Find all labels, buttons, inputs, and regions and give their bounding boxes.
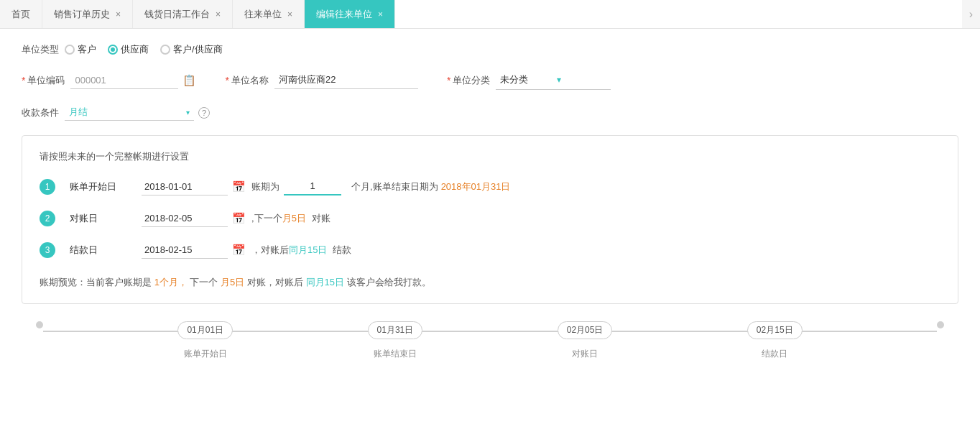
timeline-point-4: 02月15日 结款日 — [747, 321, 803, 360]
tab-cash-work[interactable]: 钱货日清工作台 × — [133, 0, 233, 28]
tab-scroll-arrow[interactable]: › — [962, 0, 980, 28]
step-2-prefix: ,下一个 — [251, 212, 282, 225]
tab-partner-close[interactable]: × — [287, 9, 292, 19]
step-1-label: 账单开始日 — [70, 180, 127, 193]
tab-edit-partner-close[interactable]: × — [378, 9, 383, 19]
step-1-date-input[interactable] — [142, 178, 228, 196]
radio-customer[interactable]: 客户 — [65, 43, 96, 56]
step-2-suffix: 对账 — [312, 212, 330, 225]
tab-cash-work-label: 钱货日清工作台 — [144, 8, 210, 21]
timeline-point-1: 01月01日 账单开始日 — [177, 321, 233, 360]
preview-end: 该客户会给我打款。 — [347, 277, 431, 288]
main-content: 单位类型 客户 供应商 客户/供应商 * 单位编码 📋 * 单位名称 — [0, 29, 980, 437]
radio-supplier[interactable]: 供应商 — [108, 43, 149, 56]
step-1-period-input[interactable] — [284, 178, 341, 196]
unit-type-label: 单位类型 — [22, 43, 59, 56]
step-1-end-date: 2018年01月31日 — [441, 180, 511, 193]
preview-reconcile-prefix: 下一个 — [190, 277, 218, 288]
timeline-dot-start — [36, 321, 43, 328]
payment-select[interactable]: 月结 ▾ — [65, 104, 194, 121]
radio-both-label: 客户/供应商 — [173, 43, 223, 56]
payment-chevron-icon: ▾ — [186, 109, 190, 116]
step-2-date-input[interactable] — [142, 210, 228, 227]
name-input[interactable] — [274, 72, 418, 89]
step-3-date-input[interactable] — [142, 242, 228, 259]
step-2-num: 2 — [40, 211, 55, 226]
tab-cash-work-close[interactable]: × — [216, 9, 221, 19]
code-calendar-icon[interactable]: 📋 — [182, 74, 196, 87]
name-star: * — [225, 75, 228, 86]
code-label: 单位编码 — [27, 74, 65, 87]
timeline-dot-end — [937, 321, 944, 328]
timeline-badge-2: 01月31日 — [368, 321, 423, 339]
tab-edit-partner-label: 编辑往来单位 — [316, 8, 372, 21]
category-star: * — [447, 75, 450, 86]
timeline-badge-1: 01月01日 — [177, 321, 233, 339]
step-1-calendar-icon[interactable]: 📅 — [232, 180, 246, 193]
tab-home[interactable]: 首页 — [0, 0, 42, 28]
timeline-label-1: 账单开始日 — [184, 348, 227, 360]
name-label: 单位名称 — [231, 74, 269, 87]
radio-customer-label: 客户 — [78, 43, 96, 56]
category-label: 单位分类 — [453, 74, 490, 87]
preview-label: 账期预览：当前客户账期是 — [40, 277, 152, 288]
tab-partner[interactable]: 往来单位 × — [233, 0, 305, 28]
category-chevron-icon: ▾ — [557, 75, 561, 85]
timeline-point-3: 02月05日 对账日 — [558, 321, 613, 360]
timeline-point-2: 01月31日 账单结束日 — [368, 321, 423, 360]
step-3-prefix: ，对账后 — [251, 244, 289, 257]
step-1-num: 1 — [40, 179, 55, 195]
preview-reconcile-suffix: 对账，对账后 — [247, 277, 303, 288]
tab-bar: 首页 销售订单历史 × 钱货日清工作台 × 往来单位 × 编辑往来单位 × › — [0, 0, 980, 29]
step-3-row: 3 结款日 📅 ，对账后 同月15日 结款 — [40, 242, 940, 259]
code-star: * — [22, 75, 25, 86]
radio-both[interactable]: 客户/供应商 — [160, 43, 223, 56]
timeline-label-2: 账单结束日 — [374, 348, 417, 360]
timeline-end-dot — [937, 321, 944, 328]
step-1-row: 1 账单开始日 📅 账期为 个月,账单结束日期为 2018年01月31日 — [40, 178, 940, 196]
step-3-num: 3 — [40, 242, 55, 258]
tab-edit-partner[interactable]: 编辑往来单位 × — [305, 0, 395, 28]
tab-partner-label: 往来单位 — [244, 8, 282, 21]
step-1-period-label: 账期为 — [251, 180, 279, 193]
radio-both-circle — [160, 45, 170, 55]
step-3-suffix: 结款 — [333, 244, 351, 257]
step-2-day-highlight: 月5日 — [282, 212, 306, 225]
payment-value: 月结 — [69, 106, 186, 119]
code-input[interactable] — [70, 72, 178, 89]
step-2-label: 对账日 — [70, 212, 127, 225]
payment-row: 收款条件 月结 ▾ ? — [22, 104, 958, 121]
timeline-label-4: 结款日 — [762, 348, 787, 360]
step-2-calendar-icon[interactable]: 📅 — [232, 212, 246, 225]
tab-sales-order-history[interactable]: 销售订单历史 × — [42, 0, 133, 28]
preview-reconcile-day: 月5日 — [221, 277, 244, 288]
radio-supplier-label: 供应商 — [121, 43, 149, 56]
step-3-calendar-icon[interactable]: 📅 — [232, 244, 246, 257]
preview-payment-day: 同月15日 — [306, 277, 344, 288]
preview-section: 账期预览：当前客户账期是 1个月， 下一个 月5日 对账，对账后 同月15日 该… — [40, 276, 940, 289]
name-group: * 单位名称 — [225, 72, 417, 89]
payment-help-icon[interactable]: ? — [198, 107, 210, 119]
radio-supplier-circle — [108, 45, 118, 55]
step-1-month-label: 个月,账单结束日期为 — [351, 180, 438, 193]
timeline-start-dot — [36, 321, 43, 328]
section-title: 请按照未来的一个完整帐期进行设置 — [40, 150, 940, 163]
timeline-points: 01月01日 账单开始日 01月31日 账单结束日 02月05日 对账日 02月… — [36, 321, 944, 360]
unit-type-radio-group: 客户 供应商 客户/供应商 — [65, 43, 223, 56]
period-section: 请按照未来的一个完整帐期进行设置 1 账单开始日 📅 账期为 个月,账单结束日期… — [22, 135, 958, 304]
category-select[interactable]: 未分类 ▾ — [496, 70, 611, 90]
step-3-day-highlight: 同月15日 — [289, 244, 327, 257]
unit-type-row: 单位类型 客户 供应商 客户/供应商 — [22, 43, 958, 56]
tab-sales-order-history-close[interactable]: × — [116, 9, 121, 19]
payment-label: 收款条件 — [22, 106, 59, 119]
preview-period: 1个月， — [154, 277, 188, 288]
unit-info-row: * 单位编码 📋 * 单位名称 * 单位分类 未分类 ▾ — [22, 70, 958, 90]
category-group: * 单位分类 未分类 ▾ — [447, 70, 611, 90]
code-group: * 单位编码 📋 — [22, 72, 196, 89]
tab-home-label: 首页 — [11, 8, 30, 21]
category-value: 未分类 — [500, 73, 528, 86]
timeline-badge-4: 02月15日 — [747, 321, 803, 339]
timeline: 01月01日 账单开始日 01月31日 账单结束日 02月05日 对账日 02月… — [22, 321, 958, 360]
timeline-badge-3: 02月05日 — [558, 321, 613, 339]
tab-sales-order-history-label: 销售订单历史 — [54, 8, 110, 21]
